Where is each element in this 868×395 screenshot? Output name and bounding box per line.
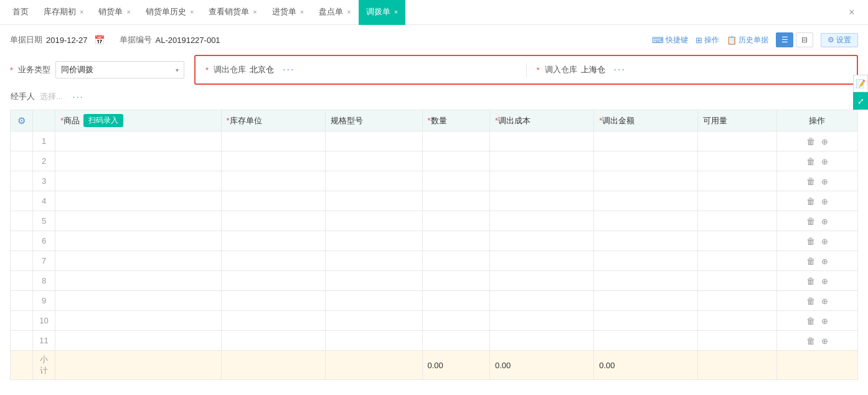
tab-transfer-order[interactable]: 调拨单 × — [359, 0, 405, 25]
row-amount[interactable] — [594, 211, 698, 231]
global-close-button[interactable]: × — [841, 1, 863, 24]
delete-row-icon[interactable]: 🗑 — [804, 296, 817, 306]
row-amount[interactable] — [594, 151, 698, 171]
row-spec[interactable] — [325, 271, 422, 291]
row-qty[interactable] — [422, 191, 490, 211]
tab-view-sales[interactable]: 查看销货单 × — [201, 0, 264, 25]
copy-row-icon[interactable]: ⊕ — [819, 217, 830, 226]
tab-close-icon[interactable]: × — [300, 8, 304, 16]
row-unit[interactable] — [221, 171, 325, 191]
column-settings-icon[interactable]: ⚙ — [17, 115, 26, 126]
row-qty[interactable] — [422, 291, 490, 311]
row-amount[interactable] — [594, 131, 698, 151]
row-amount[interactable] — [594, 331, 698, 351]
delete-row-icon[interactable]: 🗑 — [804, 316, 817, 326]
row-product[interactable] — [55, 311, 222, 331]
copy-row-icon[interactable]: ⊕ — [819, 277, 830, 286]
tab-inventory-check[interactable]: 盘点单 × — [311, 0, 358, 25]
tab-close-icon[interactable]: × — [347, 8, 351, 16]
copy-row-icon[interactable]: ⊕ — [819, 237, 830, 246]
row-unit[interactable] — [221, 271, 325, 291]
row-spec[interactable] — [325, 231, 422, 251]
row-amount[interactable] — [594, 311, 698, 331]
tab-home[interactable]: 首页 — [5, 0, 36, 25]
delete-row-icon[interactable]: 🗑 — [804, 136, 817, 146]
tab-sales-history[interactable]: 销货单历史 × — [138, 0, 201, 25]
person-more-icon[interactable]: ··· — [73, 92, 84, 102]
row-cost[interactable] — [490, 151, 594, 171]
row-cost[interactable] — [490, 331, 594, 351]
delete-row-icon[interactable]: 🗑 — [804, 256, 817, 266]
row-cost[interactable] — [490, 251, 594, 271]
row-qty[interactable] — [422, 331, 490, 351]
business-type-select[interactable]: 同价调拨 ▾ — [55, 61, 184, 79]
row-amount[interactable] — [594, 231, 698, 251]
row-unit[interactable] — [221, 231, 325, 251]
shortcuts-button[interactable]: ⌨ 快捷键 — [652, 35, 688, 45]
row-spec[interactable] — [325, 331, 422, 351]
row-spec[interactable] — [325, 291, 422, 311]
copy-row-icon[interactable]: ⊕ — [819, 257, 830, 266]
warehouse-in-more-icon[interactable]: ··· — [614, 64, 626, 75]
delete-row-icon[interactable]: 🗑 — [804, 236, 817, 246]
row-cost[interactable] — [490, 211, 594, 231]
row-qty[interactable] — [422, 131, 490, 151]
tab-close-icon[interactable]: × — [394, 8, 398, 16]
right-panel-note-btn[interactable]: 📝 — [853, 75, 868, 92]
tab-inventory-init[interactable]: 库存期初 × — [36, 0, 91, 25]
row-qty[interactable] — [422, 231, 490, 251]
row-spec[interactable] — [325, 251, 422, 271]
row-unit[interactable] — [221, 151, 325, 171]
copy-row-icon[interactable]: ⊕ — [819, 316, 830, 326]
row-spec[interactable] — [325, 171, 422, 191]
copy-row-icon[interactable]: ⊕ — [819, 177, 830, 186]
row-product[interactable] — [55, 291, 222, 311]
row-qty[interactable] — [422, 211, 490, 231]
warehouse-out-more-icon[interactable]: ··· — [283, 64, 295, 75]
row-amount[interactable] — [594, 271, 698, 291]
delete-row-icon[interactable]: 🗑 — [804, 276, 817, 286]
row-cost[interactable] — [490, 231, 594, 251]
row-qty[interactable] — [422, 171, 490, 191]
delete-row-icon[interactable]: 🗑 — [804, 336, 817, 346]
row-cost[interactable] — [490, 131, 594, 151]
tab-close-icon[interactable]: × — [190, 8, 194, 16]
row-cost[interactable] — [490, 171, 594, 191]
list-view-button[interactable]: ☰ — [776, 32, 793, 47]
row-product[interactable] — [55, 211, 222, 231]
row-cost[interactable] — [490, 291, 594, 311]
row-amount[interactable] — [594, 251, 698, 271]
row-product[interactable] — [55, 131, 222, 151]
row-unit[interactable] — [221, 311, 325, 331]
row-amount[interactable] — [594, 191, 698, 211]
tab-close-icon[interactable]: × — [80, 8, 83, 16]
row-qty[interactable] — [422, 151, 490, 171]
row-product[interactable] — [55, 331, 222, 351]
calendar-icon[interactable]: 📅 — [94, 35, 105, 45]
row-spec[interactable] — [325, 211, 422, 231]
grid-view-button[interactable]: ⊟ — [796, 32, 813, 47]
row-spec[interactable] — [325, 191, 422, 211]
copy-row-icon[interactable]: ⊕ — [819, 197, 830, 206]
history-button[interactable]: 📋 历史单据 — [727, 35, 768, 45]
scan-btn[interactable]: 扫码录入 — [83, 114, 123, 127]
tab-close-icon[interactable]: × — [126, 8, 130, 16]
row-unit[interactable] — [221, 331, 325, 351]
tab-purchase-order[interactable]: 进货单 × — [265, 0, 311, 25]
delete-row-icon[interactable]: 🗑 — [804, 156, 817, 166]
row-unit[interactable] — [221, 131, 325, 151]
row-cost[interactable] — [490, 191, 594, 211]
operations-button[interactable]: ⊞ 操作 — [696, 35, 719, 45]
row-spec[interactable] — [325, 131, 422, 151]
delete-row-icon[interactable]: 🗑 — [804, 176, 817, 186]
delete-row-icon[interactable]: 🗑 — [804, 196, 817, 206]
row-qty[interactable] — [422, 271, 490, 291]
right-panel-expand-btn[interactable]: ⤢ — [853, 92, 868, 110]
row-cost[interactable] — [490, 311, 594, 331]
row-qty[interactable] — [422, 251, 490, 271]
row-spec[interactable] — [325, 151, 422, 171]
copy-row-icon[interactable]: ⊕ — [819, 336, 830, 346]
person-select[interactable]: 选择... — [40, 91, 63, 102]
row-unit[interactable] — [221, 211, 325, 231]
tab-sales-order[interactable]: 销货单 × — [91, 0, 138, 25]
